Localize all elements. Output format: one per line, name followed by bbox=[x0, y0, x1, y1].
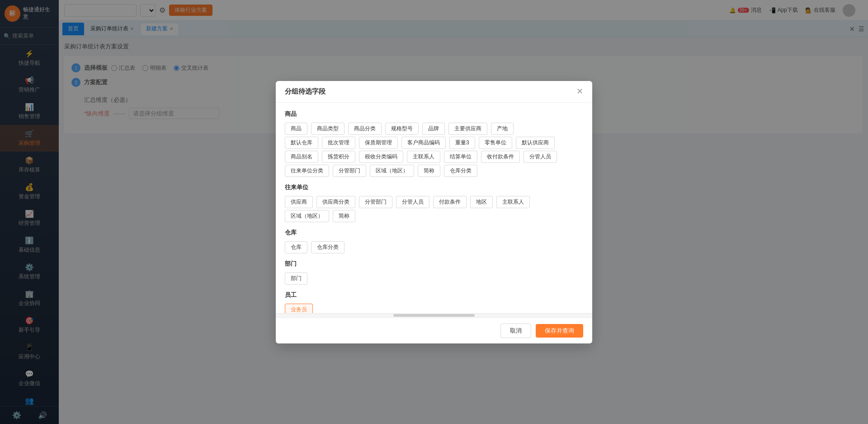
section-partner-tags: 供应商 供应商分类 分管部门 分管人员 付款条件 地区 主联系人 bbox=[285, 196, 583, 208]
field-tag[interactable]: 零售单位 bbox=[479, 137, 512, 149]
field-tag[interactable]: 付款条件 bbox=[433, 196, 467, 208]
field-tag[interactable]: 规格型号 bbox=[385, 123, 419, 135]
field-tag[interactable]: 分管人员 bbox=[524, 151, 557, 163]
section-partner-tags2: 区域（地区） 简称 bbox=[285, 210, 583, 222]
field-tag[interactable]: 仓库分类 bbox=[444, 165, 477, 177]
field-tag[interactable]: 往来单位分类 bbox=[285, 165, 329, 177]
field-tag[interactable]: 仓库 bbox=[285, 241, 307, 253]
section-partner-title: 往来单位 bbox=[285, 183, 583, 191]
cancel-button[interactable]: 取消 bbox=[500, 324, 531, 338]
section-goods-tags: 商品 商品类型 商品分类 规格型号 品牌 主要供应商 产地 bbox=[285, 123, 583, 135]
field-tag[interactable]: 产地 bbox=[491, 123, 514, 135]
field-select-modal: 分组待选字段 ✕ 商品 商品 商品类型 商品分类 规格型号 品牌 主要供应商 产… bbox=[276, 81, 592, 343]
section-warehouse-tags: 仓库 仓库分类 bbox=[285, 241, 583, 253]
field-tag[interactable]: 重量3 bbox=[449, 137, 475, 149]
field-tag[interactable]: 主联系人 bbox=[407, 151, 440, 163]
field-tag[interactable]: 区域（地区） bbox=[285, 210, 329, 222]
field-tag[interactable]: 批次管理 bbox=[322, 137, 355, 149]
field-tag[interactable]: 简称 bbox=[333, 210, 355, 222]
field-tag[interactable]: 分管部门 bbox=[359, 196, 392, 208]
section-department-title: 部门 bbox=[285, 260, 583, 268]
field-tag[interactable]: 简称 bbox=[418, 165, 440, 177]
field-tag[interactable]: 品牌 bbox=[422, 123, 445, 135]
field-tag[interactable]: 供应商分类 bbox=[316, 196, 355, 208]
section-goods-tags4: 往来单位分类 分管部门 区域（地区） 简称 仓库分类 bbox=[285, 165, 583, 177]
field-tag[interactable]: 分管部门 bbox=[333, 165, 366, 177]
field-tag[interactable]: 区域（地区） bbox=[370, 165, 414, 177]
field-tag[interactable]: 拣货积分 bbox=[322, 151, 355, 163]
modal-overlay: 分组待选字段 ✕ 商品 商品 商品类型 商品分类 规格型号 品牌 主要供应商 产… bbox=[0, 0, 868, 424]
field-tag[interactable]: 保质期管理 bbox=[359, 137, 398, 149]
field-tag[interactable]: 部门 bbox=[285, 272, 307, 285]
save-button[interactable]: 保存并查询 bbox=[536, 324, 583, 338]
field-tag-selected[interactable]: 业务员 bbox=[285, 304, 313, 314]
field-tag[interactable]: 商品分类 bbox=[348, 123, 382, 135]
field-tag[interactable]: 税收分类编码 bbox=[359, 151, 403, 163]
field-tag[interactable]: 商品类型 bbox=[311, 123, 344, 135]
section-employee-tags: 业务员 bbox=[285, 304, 583, 314]
field-tag[interactable]: 商品别名 bbox=[285, 151, 318, 163]
section-goods-tags3: 商品别名 拣货积分 税收分类编码 主联系人 结算单位 收付款条件 分管人员 bbox=[285, 151, 583, 163]
field-tag[interactable]: 客户商品编码 bbox=[401, 137, 446, 149]
modal-footer: 取消 保存并查询 bbox=[276, 318, 592, 343]
field-tag[interactable]: 结算单位 bbox=[444, 151, 477, 163]
section-warehouse-title: 仓库 bbox=[285, 229, 583, 237]
field-tag[interactable]: 主要供应商 bbox=[448, 123, 487, 135]
field-tag[interactable]: 供应商 bbox=[285, 196, 313, 208]
field-tag[interactable]: 仓库分类 bbox=[311, 241, 344, 253]
modal-title: 分组待选字段 bbox=[285, 87, 326, 96]
modal-hscroll[interactable] bbox=[276, 313, 592, 317]
field-tag[interactable]: 商品 bbox=[285, 123, 307, 135]
field-tag[interactable]: 收付款条件 bbox=[481, 151, 520, 163]
section-goods-tags2: 默认仓库 批次管理 保质期管理 客户商品编码 重量3 零售单位 默认供应商 bbox=[285, 137, 583, 149]
section-goods-title: 商品 bbox=[285, 110, 583, 118]
modal-header: 分组待选字段 ✕ bbox=[276, 81, 592, 103]
field-tag[interactable]: 默认仓库 bbox=[285, 137, 318, 149]
hscroll-thumb bbox=[393, 314, 475, 317]
modal-body[interactable]: 商品 商品 商品类型 商品分类 规格型号 品牌 主要供应商 产地 默认仓库 批次… bbox=[276, 103, 592, 314]
field-tag[interactable]: 地区 bbox=[470, 196, 493, 208]
section-department-tags: 部门 bbox=[285, 272, 583, 285]
modal-close-icon[interactable]: ✕ bbox=[576, 87, 583, 95]
field-tag[interactable]: 主联系人 bbox=[496, 196, 530, 208]
field-tag[interactable]: 默认供应商 bbox=[516, 137, 555, 149]
field-tag[interactable]: 分管人员 bbox=[396, 196, 429, 208]
section-employee-title: 员工 bbox=[285, 291, 583, 299]
